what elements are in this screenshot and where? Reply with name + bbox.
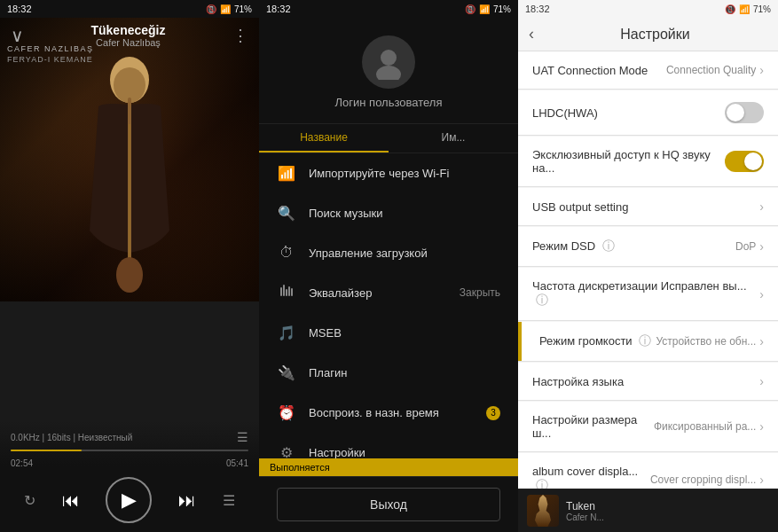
menu-status-time: 18:32 (266, 4, 291, 14)
settings-battery: 71% (753, 4, 771, 14)
player-queue-icon[interactable]: ☰ (237, 430, 248, 444)
settings-status-time: 18:32 (525, 4, 550, 14)
samplerate-label: Частота дискретизации Исправлен вы... ⓘ (532, 279, 759, 309)
player-panel: 18:32 📵 📶 71% CAFER NAZLIBAŞ FERYAD-I KE… (0, 0, 259, 532)
svg-point-3 (116, 257, 143, 293)
equalizer-icon (277, 284, 296, 301)
menu-item-search[interactable]: 🔍 Поиск музыки (259, 193, 518, 233)
menu-item-plugin[interactable]: 🔌 Плагин (259, 353, 518, 393)
volume-info-icon: ⓘ (639, 333, 651, 348)
svg-rect-7 (280, 287, 282, 296)
settings-header: ‹ Настройки (518, 18, 778, 51)
menu-item-equalizer[interactable]: Эквалайзер Закрыть (259, 272, 518, 313)
mini-thumb-art (527, 495, 559, 527)
settings-item-fontsize[interactable]: Настройки размера ш... Фиксированный ра.… (518, 402, 778, 452)
settings-item-language[interactable]: Настройка языка › (518, 363, 778, 401)
lhdc-toggle[interactable] (725, 102, 764, 123)
time-row: 02:54 05:41 (11, 458, 248, 468)
player-status-time: 18:32 (7, 4, 32, 14)
menu-wifi-icon: 📶 (479, 4, 490, 14)
play-button[interactable]: ▶ (106, 477, 152, 523)
menu-item-download-label: Управление загрузкой (309, 246, 428, 260)
settings-status-icons: 📵 📶 71% (725, 4, 771, 14)
fontsize-chevron: › (759, 419, 764, 434)
samplerate-chevron: › (759, 287, 764, 301)
menu-list: 📶 Импортируйте через Wi-Fi 🔍 Поиск музык… (259, 153, 518, 458)
mini-artist: Cafer N... (566, 512, 769, 522)
menu-footer: Выход (259, 476, 518, 532)
tab-im[interactable]: Им... (389, 124, 518, 153)
settings-item-albumcover[interactable]: album cover displa... ⓘ Cover cropping d… (518, 453, 778, 489)
player-status-icons: 📵 📶 71% (206, 4, 252, 14)
menu-item-schedule[interactable]: ⏰ Воспроиз. в назн. время 3 (259, 393, 518, 433)
settings-wifi-icon: 📶 (739, 4, 750, 14)
list-icon[interactable]: ☰ (223, 492, 235, 509)
player-more-button[interactable]: ⋮ (232, 26, 248, 45)
equalizer-svg (279, 284, 294, 298)
menu-signal-icon: 📵 (465, 4, 475, 14)
player-song-title: Tükeneceğiz (24, 23, 232, 37)
user-avatar[interactable] (362, 35, 415, 89)
album-art: CAFER NAZLIBAŞ FERYAD-I KEMANE (0, 18, 259, 301)
hq-toggle[interactable] (725, 151, 764, 172)
user-login-text[interactable]: Логин пользователя (335, 96, 443, 109)
language-chevron: › (759, 374, 764, 388)
menu-item-mseb[interactable]: 🎵 MSEB (259, 313, 518, 353)
player-info-row: 0.0KHz | 16bits | Неизвестный ☰ (11, 430, 248, 444)
settings-item-dsd[interactable]: Режим DSD ⓘ DoP › (518, 227, 778, 267)
uat-value: Connection Quality (666, 64, 756, 76)
wifi-icon: 📶 (277, 165, 296, 182)
controls-row: ↻ ⏮ ▶ ⏭ ☰ (11, 477, 248, 523)
mini-player-info: Tuken Cafer N... (566, 500, 769, 522)
settings-icon: ⚙ (277, 444, 296, 458)
settings-item-hq[interactable]: Эксклюзивный доступ к HQ звуку на... (518, 137, 778, 187)
player-signal-icon: 📵 (206, 4, 216, 14)
settings-list: UAT Connection Mode Connection Quality ›… (518, 51, 778, 489)
menu-item-close-text[interactable]: Закрыть (460, 286, 500, 299)
progress-fill (11, 450, 82, 451)
menu-item-plugin-label: Плагин (309, 366, 347, 379)
settings-item-lhdc[interactable]: LHDC(HWA) (518, 90, 778, 136)
svg-point-6 (376, 66, 401, 80)
albumcover-chevron: › (759, 473, 764, 487)
menu-item-search-label: Поиск музыки (309, 207, 382, 220)
settings-item-samplerate[interactable]: Частота дискретизации Исправлен вы... ⓘ … (518, 268, 778, 321)
tab-name[interactable]: Название (259, 124, 389, 153)
player-controls-area: 0.0KHz | 16bits | Неизвестный ☰ 02:54 05… (0, 421, 259, 532)
play-icon: ▶ (122, 489, 137, 512)
settings-item-volume[interactable]: Режим громкости ⓘ Устройство не обн... › (518, 322, 778, 362)
albumcover-label: album cover displa... ⓘ (532, 465, 650, 489)
menu-item-wifi[interactable]: 📶 Импортируйте через Wi-Fi (259, 153, 518, 193)
back-button[interactable]: ‹ (529, 25, 534, 43)
fontsize-value: Фиксированный ра... (654, 420, 756, 433)
yellow-bar (518, 322, 522, 361)
settings-item-uat[interactable]: UAT Connection Mode Connection Quality › (518, 51, 778, 90)
next-button[interactable]: ⏭ (178, 490, 196, 511)
menu-item-download[interactable]: ⏱ Управление загрузкой (259, 233, 518, 272)
menu-item-settings[interactable]: ⚙ Настройки (259, 433, 518, 458)
menu-status-icons: 📵 📶 71% (465, 4, 511, 14)
menu-item-schedule-label: Воспроиз. в назн. время (309, 406, 439, 419)
logout-button[interactable]: Выход (277, 488, 500, 521)
prev-button[interactable]: ⏮ (62, 490, 80, 511)
player-chevron-down[interactable]: ∨ (11, 25, 24, 46)
hq-label: Эксклюзивный доступ к HQ звуку на... (532, 148, 725, 175)
language-label: Настройка языка (532, 375, 759, 388)
volume-label: Режим громкости ⓘ (532, 333, 656, 349)
menu-tab-row: Название Им... (259, 124, 518, 153)
lhdc-toggle-knob (727, 104, 744, 121)
progress-bar[interactable] (11, 450, 248, 451)
dsd-chevron: › (759, 239, 764, 254)
total-time: 05:41 (226, 458, 248, 468)
mini-song-title: Tuken (566, 500, 769, 512)
usb-label: USB output setting (532, 200, 759, 214)
album-figure-svg (59, 53, 200, 301)
plugin-icon: 🔌 (277, 364, 296, 381)
menu-item-equalizer-label: Эквалайзер (309, 286, 372, 300)
dsd-info-icon: ⓘ (602, 239, 615, 253)
settings-panel: 18:32 📵 📶 71% ‹ Настройки UAT Connection… (518, 0, 778, 532)
settings-item-usb[interactable]: USB output setting › (518, 188, 778, 226)
mini-player: Tuken Cafer N... (518, 489, 778, 532)
executing-text: Выполняется (270, 462, 330, 473)
repeat-icon[interactable]: ↻ (24, 492, 35, 509)
